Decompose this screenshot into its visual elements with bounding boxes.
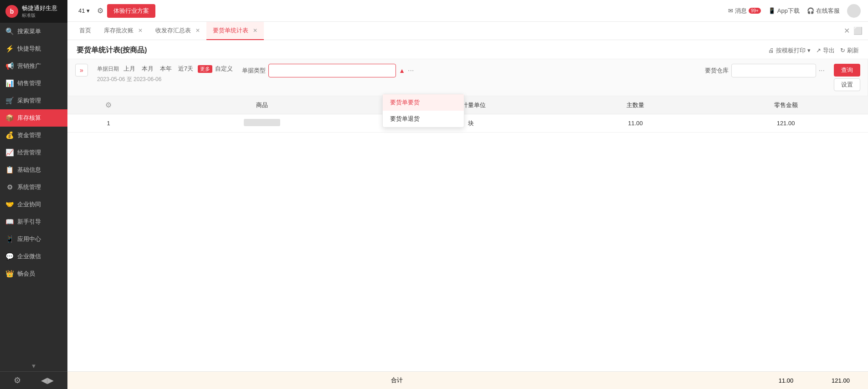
date-more-badge[interactable]: 更多 [198,65,212,73]
nav-icon: 📱 [5,235,14,243]
table-header-row: ⚙商品主计量单位主数量零售金额 [67,96,868,114]
nav-icon: ⚙ [5,183,14,191]
online-service-label: 在线客服 [816,7,840,15]
nav-label: 新手引导 [17,218,41,226]
sidebar-item-搜索菜单[interactable]: 🔍搜索菜单 [0,23,67,40]
app-logo-text: 畅捷通好生意 标准版 [22,5,57,18]
message-item[interactable]: ✉ 消息 99+ [728,7,761,15]
nav-label: 销售管理 [17,79,41,87]
row-quantity: 11.00 [567,114,704,133]
type-dropdown: 要货单要货要货单退货 [382,94,464,128]
date-opt-7days[interactable]: 近7天 [176,64,195,74]
tab-close[interactable]: ✕ [138,27,143,34]
topbar-settings-icon[interactable]: ⚙ [97,6,103,15]
tab-label: 库存批次账 [104,26,134,35]
date-range-text: 2023-05-06 至 2023-06-06 [97,76,233,83]
date-opt-this-month[interactable]: 本月 [140,64,155,74]
date-filter-group: 单据日期 上月 本月 本年 近7天 更多 自定义 2023-05-06 至 20… [97,64,233,83]
tab-label: 要货单统计表 [213,26,248,35]
store-selector[interactable]: 41 ▾ [75,5,93,16]
app-logo-icon: b [5,5,18,18]
tab-label: 收发存汇总表 [155,26,191,35]
type-filter-arrow[interactable]: ▲ [399,67,405,74]
sidebar-nav: 🔍搜索菜单⚡快捷导航📢营销推广📊销售管理🛒采购管理📦库存核算💰资金管理📈经营管理… [0,23,67,361]
nav-label: 资金管理 [17,131,41,139]
sidebar-collapse-icon[interactable]: ◀▶ [41,375,54,385]
sidebar-item-企业微信[interactable]: 💬企业微信 [0,248,67,265]
sidebar-item-销售管理[interactable]: 📊销售管理 [0,75,67,92]
warehouse-filter-group: 要货仓库 ··· [705,64,825,77]
sidebar-item-营销推广[interactable]: 📢营销推广 [0,57,67,75]
sidebar-scroll-down[interactable]: ▼ [0,361,67,371]
nav-label: 基础信息 [17,166,41,174]
sidebar-item-快捷导航[interactable]: ⚡快捷导航 [0,40,67,57]
nav-label: 采购管理 [17,97,41,105]
nav-icon: 🔍 [5,27,14,36]
dropdown-item[interactable]: 要货单要货 [383,94,464,111]
nav-icon: 💰 [5,131,14,139]
print-action[interactable]: 🖨 按模板打印 ▾ [768,46,811,55]
sidebar-item-库存核算[interactable]: 📦库存核算 [0,109,67,127]
sidebar-item-资金管理[interactable]: 💰资金管理 [0,127,67,144]
nav-icon: 📢 [5,62,14,70]
nav-label: 畅会员 [17,270,35,278]
sidebar-item-畅会员[interactable]: 👑畅会员 [0,265,67,282]
filter-expand-button[interactable]: » [75,64,88,77]
message-badge: 99+ [749,8,761,14]
footer-total-label: 合计 [89,376,704,384]
print-dropdown-icon: ▾ [807,47,811,54]
store-number: 41 [78,7,85,14]
table-body: 1 块 11.00 121.00 [67,114,868,133]
export-action[interactable]: ↗ 导出 [816,46,835,55]
tab-close[interactable]: ✕ [195,27,200,34]
type-filter-more[interactable]: ··· [408,67,414,75]
tab-2[interactable]: 收发存汇总表✕ [149,22,206,40]
sidebar: b 畅捷通好生意 标准版 🔍搜索菜单⚡快捷导航📢营销推广📊销售管理🛒采购管理📦库… [0,0,67,389]
date-custom-option[interactable]: 自定义 [215,65,233,73]
tab-1[interactable]: 库存批次账✕ [98,22,149,40]
nav-icon: 📈 [5,148,14,157]
col-3: 主数量 [567,96,704,114]
sidebar-item-系统管理[interactable]: ⚙系统管理 [0,179,67,196]
tab-0[interactable]: 首页 [73,22,98,40]
col-settings-icon[interactable]: ⚙ [105,101,112,109]
tab-3[interactable]: 要货单统计表✕ [206,22,264,40]
tabbar-close-icon[interactable]: ✕ [844,26,850,35]
refresh-action[interactable]: ↻ 刷新 [840,46,859,55]
type-filter-label: 单据类型 [242,67,266,75]
sidebar-item-经营管理[interactable]: 📈经营管理 [0,144,67,161]
print-icon: 🖨 [768,47,774,54]
online-service-item[interactable]: 🎧 在线客服 [807,7,840,15]
trial-button[interactable]: 体验行业方案 [107,4,155,18]
warehouse-filter-input[interactable] [731,64,816,77]
date-options: 上月 本月 本年 近7天 更多 自定义 [122,64,233,74]
refresh-icon: ↻ [840,47,845,54]
sidebar-item-新手引导[interactable]: 📖新手引导 [0,213,67,230]
query-button[interactable]: 查询 [834,64,860,77]
user-avatar[interactable] [847,4,861,18]
nav-label: 应用中心 [17,235,41,243]
message-label: 消息 [735,7,747,15]
filter-settings-button[interactable]: 设置 [834,78,860,91]
tabbar-expand-icon[interactable]: ⬜ [853,26,863,35]
sidebar-item-采购管理[interactable]: 🛒采购管理 [0,92,67,109]
download-icon: 📱 [768,7,776,14]
tab-close[interactable]: ✕ [253,27,257,34]
date-opt-this-year[interactable]: 本年 [158,64,174,74]
dropdown-item[interactable]: 要货单退货 [383,111,464,127]
topbar-right: ✉ 消息 99+ 📱 App下载 🎧 在线客服 [728,4,861,18]
col-4: 零售金额 [704,96,868,114]
app-download-item[interactable]: 📱 App下载 [768,7,800,15]
sidebar-item-企业协同[interactable]: 🤝企业协同 [0,196,67,213]
sidebar-item-应用中心[interactable]: 📱应用中心 [0,230,67,248]
warehouse-filter-more[interactable]: ··· [819,67,825,75]
date-opt-prev-month[interactable]: 上月 [122,64,137,74]
nav-label: 快捷导航 [17,45,41,53]
app-download-label: App下载 [777,7,800,15]
company-name: 畅捷通好生意 [22,5,57,12]
footer-amount: 121.00 [813,377,868,384]
type-filter-input[interactable] [268,64,396,77]
sidebar-settings-icon[interactable]: ⚙ [14,375,21,385]
nav-icon: 📋 [5,166,14,174]
sidebar-item-基础信息[interactable]: 📋基础信息 [0,161,67,179]
